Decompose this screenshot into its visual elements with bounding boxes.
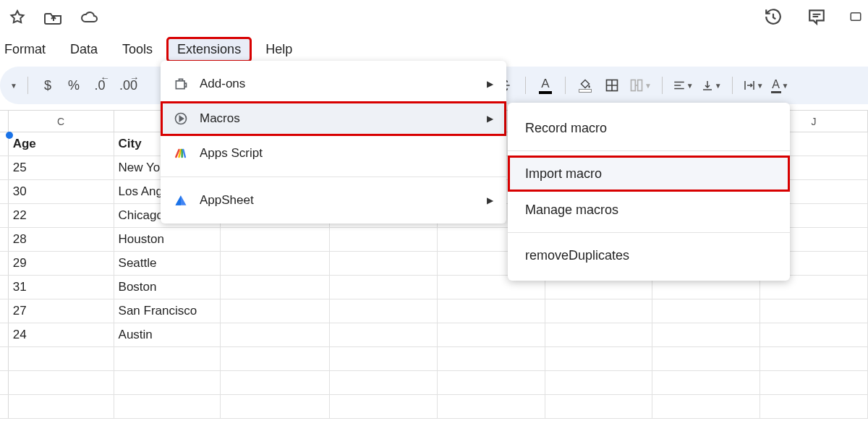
- appsheet-icon: [174, 193, 188, 208]
- macros-menuitem[interactable]: Macros ▶: [161, 101, 506, 136]
- cell-age[interactable]: 30: [9, 180, 114, 203]
- decrease-decimal-button[interactable]: .0←: [90, 75, 109, 96]
- menu-extensions[interactable]: Extensions: [167, 38, 251, 61]
- macros-label: Macros: [200, 111, 240, 126]
- text-color-button[interactable]: A: [536, 75, 555, 96]
- import-macro-menuitem[interactable]: Import macro: [508, 156, 790, 192]
- cell-age[interactable]: 28: [9, 228, 114, 251]
- apps-script-menuitem[interactable]: Apps Script: [161, 136, 506, 171]
- appsheet-label: AppSheet: [200, 193, 254, 208]
- vertical-align-button[interactable]: ▼: [701, 79, 722, 92]
- cell-city[interactable]: San Francisco: [114, 299, 221, 323]
- menu-format[interactable]: Format: [0, 38, 56, 61]
- chevron-right-icon: ▶: [487, 79, 493, 89]
- cell-age[interactable]: 29: [9, 252, 114, 275]
- merge-cells-button[interactable]: ▼: [629, 78, 652, 93]
- custom-macro-menuitem[interactable]: removeDuplicates: [508, 237, 790, 273]
- cell-age[interactable]: 31: [9, 276, 114, 299]
- svg-rect-4: [176, 81, 184, 89]
- cell-age[interactable]: 25: [9, 156, 114, 179]
- svg-rect-3: [638, 80, 642, 91]
- appsheet-menuitem[interactable]: AppSheet ▶: [161, 183, 506, 218]
- addons-icon: [174, 77, 188, 91]
- history-icon[interactable]: [762, 6, 784, 27]
- comment-icon[interactable]: [806, 6, 827, 27]
- cell-city[interactable]: Austin: [114, 323, 221, 346]
- col-c-header[interactable]: C: [9, 111, 114, 132]
- increase-decimal-button[interactable]: .00→: [116, 75, 140, 96]
- borders-button[interactable]: [602, 75, 622, 96]
- macros-submenu: Record macro Import macro Manage macros …: [508, 103, 790, 281]
- currency-button[interactable]: $: [38, 75, 57, 96]
- chevron-right-icon: ▶: [487, 114, 493, 124]
- cell-age[interactable]: 27: [9, 299, 114, 323]
- percent-button[interactable]: %: [64, 75, 83, 96]
- cell-age[interactable]: 22: [9, 204, 114, 227]
- chevron-right-icon: ▶: [487, 195, 493, 205]
- cell-city[interactable]: Boston: [114, 276, 221, 299]
- menu-tools[interactable]: Tools: [112, 38, 163, 61]
- header-age[interactable]: Age: [9, 132, 114, 156]
- menu-data[interactable]: Data: [60, 38, 108, 61]
- addons-label: Add-ons: [200, 77, 245, 91]
- svg-rect-2: [631, 80, 635, 91]
- present-icon[interactable]: [849, 6, 862, 27]
- extensions-dropdown: Add-ons ▶ Macros ▶ Apps Script AppSheet …: [161, 61, 506, 224]
- cell-city[interactable]: Houston: [114, 228, 221, 251]
- macros-icon: [174, 111, 188, 126]
- manage-macros-menuitem[interactable]: Manage macros: [508, 192, 790, 228]
- text-wrap-button[interactable]: ▼: [743, 79, 764, 92]
- cell-city[interactable]: Seattle: [114, 252, 221, 275]
- apps-script-icon: [174, 146, 188, 161]
- cell-age[interactable]: 24: [9, 323, 114, 346]
- menu-help[interactable]: Help: [255, 38, 302, 61]
- apps-script-label: Apps Script: [200, 146, 263, 161]
- move-to-drive-icon[interactable]: [43, 7, 64, 27]
- text-rotation-button[interactable]: A ▼: [771, 78, 789, 93]
- svg-rect-0: [851, 13, 861, 21]
- cloud-status-icon[interactable]: [80, 7, 100, 27]
- toolbar-more-left[interactable]: ▼: [10, 82, 17, 90]
- star-icon[interactable]: [7, 7, 27, 27]
- horizontal-align-button[interactable]: ▼: [673, 79, 694, 92]
- record-macro-menuitem[interactable]: Record macro: [508, 110, 790, 146]
- selection-handle[interactable]: [6, 132, 13, 139]
- addons-menuitem[interactable]: Add-ons ▶: [161, 67, 506, 101]
- fill-color-button[interactable]: [576, 75, 595, 96]
- menubar: Format Data Tools Extensions Help: [0, 35, 868, 64]
